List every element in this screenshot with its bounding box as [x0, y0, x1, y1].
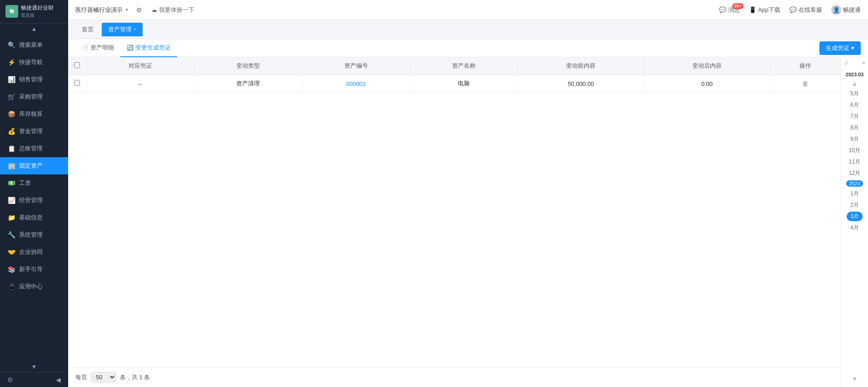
- generate-voucher-button[interactable]: 生成凭证 ▾: [819, 41, 861, 55]
- timeline-scroll-down[interactable]: ▼: [852, 374, 858, 383]
- logo-edition: 普及版: [21, 12, 54, 19]
- table-section: 对应凭证 变动类型 资产编号 资产名称 变动前内容 变动后内容 操作: [68, 57, 841, 387]
- sub-tab-change-voucher[interactable]: 🔄 变更生成凭证: [120, 39, 177, 57]
- home-tab-label: 首页: [82, 25, 94, 34]
- logo-title: 畅捷通好业财: [21, 5, 54, 12]
- timeline-month[interactable]: 9月: [850, 134, 859, 145]
- guide-icon: 📚: [7, 266, 15, 273]
- sub-tab-label: 变更生成凭证: [135, 44, 171, 52]
- cell-voucher: --: [86, 75, 194, 93]
- timeline-month[interactable]: 1月: [850, 188, 859, 199]
- select-all-header[interactable]: [68, 57, 86, 75]
- timeline-month[interactable]: 5月: [850, 88, 859, 99]
- timeline-month[interactable]: 11月: [849, 156, 860, 168]
- header-right: 💬 消息 99+ 📱 App下载 💬 在线客服 👤 畅捷通: [719, 5, 861, 15]
- company-name: 医疗器械行业演示: [75, 6, 123, 14]
- col-asset-no: 资产编号: [302, 57, 410, 75]
- sidebar-item-operations[interactable]: 📈 经营管理: [0, 192, 68, 209]
- tab-close-icon[interactable]: ×: [134, 27, 136, 32]
- sidebar-item-sales[interactable]: 📊 销售管理: [0, 71, 68, 88]
- col-action: 操作: [770, 57, 841, 75]
- select-all-checkbox[interactable]: [74, 62, 80, 68]
- sidebar-item-label: 搜索菜单: [19, 41, 43, 49]
- timeline-current-month[interactable]: 3月: [847, 212, 863, 221]
- cloud-icon: ☁: [151, 6, 157, 13]
- sidebar-nav: 🔍 搜索菜单 ⚡ 快捷导航 📊 销售管理 🛒 采购管理 📦 库存核算 💰 资金管…: [0, 35, 68, 361]
- row-checkbox[interactable]: [74, 80, 80, 86]
- header: 医疗器械行业演示 ▼ ⚙ ☁ 我要体验一下 💬 消息 99+ 📱 App下载 💬…: [68, 0, 868, 20]
- flash-icon: ⚡: [7, 59, 15, 66]
- sidebar-item-system[interactable]: 🔧 系统管理: [0, 226, 68, 243]
- timeline-month[interactable]: 6月: [850, 99, 859, 111]
- timeline-year-badge[interactable]: 2023: [846, 180, 863, 187]
- logo-icon: 畅: [5, 5, 18, 18]
- content-with-timeline: 对应凭证 变动类型 资产编号 资产名称 变动前内容 变动后内容 操作: [68, 57, 868, 387]
- search-icon: 🔍: [7, 41, 15, 49]
- per-page-label: 每页: [75, 373, 87, 382]
- sidebar-item-label: 快捷导航: [19, 58, 43, 66]
- app-download-label: App下载: [758, 6, 780, 14]
- content-area: 📄 资产明细 🔄 变更生成凭证 生成凭证 ▾: [68, 39, 868, 387]
- company-arrow-icon: ▼: [124, 7, 129, 12]
- tab-asset-management[interactable]: 资产管理 ×: [102, 23, 143, 36]
- sidebar-scroll-down[interactable]: ▼: [0, 361, 68, 372]
- cell-change-type: 资产清理: [194, 75, 303, 93]
- timeline-items: 5月 6月 7月 8月 9月 10月 11月 12月 2023 1月 2月 3月…: [841, 88, 868, 374]
- sub-tab-bar: 📄 资产明细 🔄 变更生成凭证 生成凭证 ▾: [68, 39, 868, 57]
- collapse-sidebar-icon[interactable]: ◀: [56, 376, 61, 383]
- timeline-month[interactable]: 7月: [850, 111, 859, 122]
- col-voucher: 对应凭证: [86, 57, 194, 75]
- sidebar-item-ledger[interactable]: 📋 总账管理: [0, 140, 68, 157]
- user-menu[interactable]: 👤 畅捷通: [831, 5, 861, 15]
- sidebar-item-quicknav[interactable]: ⚡ 快捷导航: [0, 54, 68, 71]
- app-download-button[interactable]: 📱 App下载: [749, 6, 780, 14]
- sidebar-item-label: 采购管理: [19, 93, 43, 101]
- sidebar-item-label: 资金管理: [19, 127, 43, 135]
- basic-info-icon: 📁: [7, 214, 15, 221]
- messages-button[interactable]: 💬 消息 99+: [719, 6, 740, 14]
- purchase-icon: 🛒: [7, 93, 15, 100]
- timeline-month[interactable]: 4月: [850, 222, 859, 233]
- experience-button[interactable]: ☁ 我要体验一下: [151, 6, 194, 14]
- sidebar-item-label: 工资: [19, 179, 31, 187]
- tab-home[interactable]: 首页: [75, 23, 100, 36]
- row-checkbox-cell[interactable]: [68, 75, 86, 93]
- sidebar-item-app-center[interactable]: 📱 应用中心: [0, 278, 68, 295]
- company-selector[interactable]: 医疗器械行业演示 ▼: [75, 6, 129, 14]
- delete-row-button[interactable]: 🗑: [802, 80, 808, 87]
- avatar: 👤: [831, 5, 841, 15]
- message-icon: 💬: [719, 6, 726, 13]
- logo-text-block: 畅捷通好业财 普及版: [21, 5, 54, 19]
- sidebar-item-payroll[interactable]: 💵 工资: [0, 174, 68, 192]
- sub-tab-asset-detail[interactable]: 📄 资产明细: [75, 39, 120, 57]
- sidebar-item-label: 库存核算: [19, 110, 43, 118]
- col-change-type: 变动类型: [194, 57, 303, 75]
- timeline-month[interactable]: 8月: [850, 122, 859, 134]
- timeline-expand-icon[interactable]: ⤢: [844, 60, 848, 66]
- per-page-select[interactable]: 10 20 50 100: [91, 372, 116, 382]
- timeline-month[interactable]: 12月: [849, 168, 860, 179]
- asset-table: 对应凭证 变动类型 资产编号 资产名称 变动前内容 变动后内容 操作: [68, 57, 841, 93]
- timeline-scroll-up[interactable]: ▲: [852, 79, 858, 88]
- timeline-month[interactable]: 2月: [850, 199, 859, 211]
- sidebar-scroll-up[interactable]: ▲: [0, 24, 68, 35]
- sidebar-item-enterprise[interactable]: 🤝 企业协同: [0, 243, 68, 261]
- sidebar-item-fixed-assets[interactable]: 🏢 固定资产: [0, 157, 68, 174]
- sidebar-item-purchase[interactable]: 🛒 采购管理: [0, 88, 68, 105]
- sidebar-item-capital[interactable]: 💰 资金管理: [0, 123, 68, 140]
- timeline-month[interactable]: 10月: [849, 145, 860, 156]
- sidebar-item-inventory[interactable]: 📦 库存核算: [0, 105, 68, 123]
- sidebar-item-guide[interactable]: 📚 新手引导: [0, 261, 68, 278]
- sidebar-item-search[interactable]: 🔍 搜索菜单: [0, 36, 68, 54]
- settings-bottom-icon[interactable]: ⚙: [7, 376, 13, 383]
- sidebar-item-basic-info[interactable]: 📁 基础信息: [0, 209, 68, 226]
- timeline-close-icon[interactable]: ×: [862, 60, 865, 66]
- operations-icon: 📈: [7, 197, 15, 204]
- online-service-button[interactable]: 💬 在线客服: [789, 6, 822, 14]
- header-settings-icon[interactable]: ⚙: [136, 6, 142, 14]
- cell-asset-name: 电脑: [410, 75, 518, 93]
- download-icon: 📱: [749, 6, 756, 13]
- experience-label: 我要体验一下: [159, 6, 194, 14]
- cell-action[interactable]: 🗑: [770, 75, 841, 93]
- change-voucher-icon: 🔄: [127, 45, 134, 51]
